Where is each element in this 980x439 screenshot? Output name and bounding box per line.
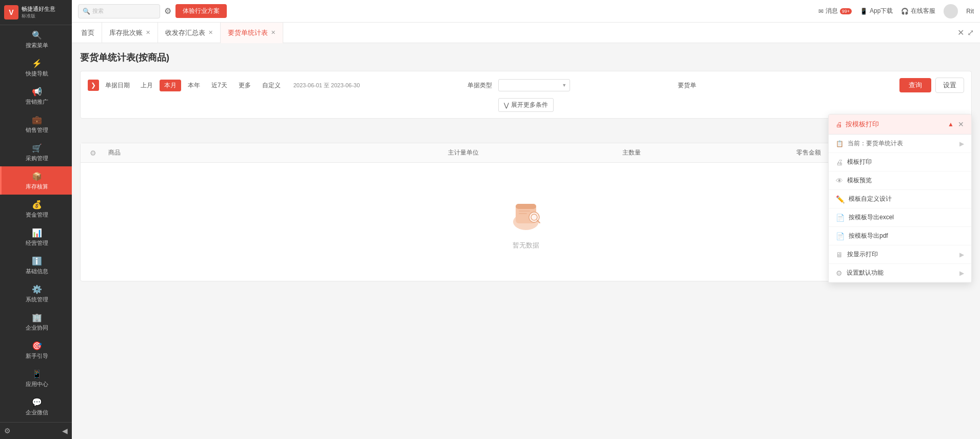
sidebar-scroll: 🔍搜索菜单⚡快捷导航📢营销推广💼销售管理🛒采购管理📦库存核算💰资金管理📊经营管理… — [0, 25, 72, 422]
print-menu-template-preview[interactable]: 👁模板预览 — [829, 171, 971, 190]
tab-actions: ✕ ⤢ — [957, 28, 978, 37]
print-menu-default-func[interactable]: ⚙设置默认功能▶ — [829, 264, 971, 282]
print-menu-template-custom[interactable]: ✏️模板自定义设计 — [829, 190, 971, 208]
tabs-bar: 首页库存批次账✕收发存汇总表✕要货单统计表✕ ✕ ⤢ — [72, 23, 980, 43]
template-custom-label: 模板自定义设计 — [849, 195, 892, 203]
app-version: 标准版 — [22, 13, 55, 20]
enterprise-icon: 🏢 — [32, 313, 42, 322]
sidebar-item-finance[interactable]: 💰资金管理 — [0, 195, 72, 223]
sidebar-label-enterprise: 企业协同 — [26, 324, 48, 332]
type-select[interactable] — [498, 79, 570, 91]
gear-icon[interactable]: ⚙ — [164, 6, 171, 16]
sidebar-item-inventory[interactable]: 📦库存核算 — [0, 166, 72, 195]
message-button[interactable]: ✉ 消息 99+ — [818, 7, 852, 15]
filter-card: ❯ 单据日期 上月本月本年近7天更多自定义 2023-06-01 至 2023-… — [80, 71, 972, 119]
app-name: 畅捷通好生意 — [22, 5, 55, 12]
print-menu-export-excel[interactable]: 📄按模板导出excel — [829, 208, 971, 227]
print-menu-template-print[interactable]: 🖨模板打印 — [829, 153, 971, 171]
sidebar-item-wechat[interactable]: 💬企业微信 — [0, 392, 72, 421]
filter-toggle-icon[interactable]: ❯ — [88, 80, 99, 91]
topbar: 🔍 搜索 ⚙ 体验行业方案 ✉ 消息 99+ 📱 App下载 🎧 在线客服 Ri… — [72, 0, 980, 23]
message-badge: 99+ — [840, 8, 852, 14]
operations-icon: 📊 — [32, 228, 42, 238]
template-preview-label: 模板预览 — [847, 176, 872, 185]
col-settings-icon[interactable]: ⚙ — [90, 149, 96, 157]
sidebar-item-sales[interactable]: 💼销售管理 — [0, 110, 72, 138]
sidebar-item-marketing[interactable]: 📢营销推广 — [0, 82, 72, 110]
expand-icon[interactable]: ⤢ — [967, 28, 974, 37]
service-icon: 🎧 — [901, 8, 909, 15]
tab-order-stats[interactable]: 要货单统计表✕ — [221, 23, 283, 43]
tab-close-order-stats[interactable]: ✕ — [271, 29, 276, 36]
appstore-icon: 📱 — [32, 369, 42, 379]
current-arrow-icon[interactable]: ▶ — [959, 140, 964, 147]
date-btn-custom[interactable]: 自定义 — [258, 80, 285, 91]
sidebar-item-enterprise[interactable]: 🏢企业协同 — [0, 308, 72, 336]
empty-text: 暂无数据 — [513, 241, 539, 250]
default-func-arrow-icon: ▶ — [959, 270, 964, 277]
user-avatar[interactable] — [944, 4, 958, 18]
date-btn-more[interactable]: 更多 — [234, 80, 256, 91]
settings-icon[interactable]: ⚙ — [4, 427, 11, 435]
sidebar-label-purchase: 采购管理 — [26, 155, 48, 162]
col-unit: 主计量单位 — [444, 143, 618, 162]
sidebar-item-newbie[interactable]: 🎯新手引导 — [0, 336, 72, 364]
sidebar-item-system[interactable]: ⚙️系统管理 — [0, 279, 72, 308]
date-btn-current[interactable]: 本月 — [160, 80, 181, 91]
logo-icon: V — [4, 5, 18, 20]
app-logo: V 畅捷通好生意 标准版 — [0, 0, 72, 25]
type-filter-label: 单据类型 — [467, 81, 492, 90]
print-dropdown-close-icon[interactable]: ✕ — [958, 120, 964, 128]
close-tab-icon[interactable]: ✕ — [957, 28, 964, 37]
sales-icon: 💼 — [32, 115, 42, 125]
order-type-label: 要货单 — [678, 81, 696, 90]
export-pdf-label: 按模板导出pdf — [849, 232, 888, 240]
basic-icon: ℹ️ — [32, 256, 42, 266]
settings-button[interactable]: 设置 — [935, 78, 964, 93]
trial-button[interactable]: 体验行业方案 — [175, 4, 227, 18]
sidebar-item-shortcut[interactable]: ⚡快捷导航 — [0, 53, 72, 82]
sidebar-label-basic: 基础信息 — [26, 268, 48, 275]
sidebar-item-search[interactable]: 🔍搜索菜单 — [0, 25, 72, 53]
print-menu-export-pdf[interactable]: 📄按模板导出pdf — [829, 227, 971, 245]
sidebar-label-system: 系统管理 — [26, 296, 48, 303]
expand-filter-button[interactable]: ⋁ 展开更多条件 — [498, 98, 554, 112]
finance-icon: 💰 — [32, 200, 42, 209]
download-icon: 📱 — [860, 8, 868, 15]
template-icon: 📋 — [836, 140, 844, 147]
search-icon: 🔍 — [32, 30, 42, 40]
sidebar-item-purchase[interactable]: 🛒采购管理 — [0, 138, 72, 166]
tab-home[interactable]: 首页 — [74, 23, 102, 43]
tab-close-receipt-summary[interactable]: ✕ — [208, 29, 213, 36]
app-download-button[interactable]: 📱 App下载 — [860, 7, 893, 15]
query-button[interactable]: 查询 — [899, 78, 931, 92]
tab-label-order-stats: 要货单统计表 — [228, 28, 268, 37]
tab-receipt-summary[interactable]: 收发存汇总表✕ — [158, 23, 221, 43]
export-excel-icon: 📄 — [836, 214, 845, 222]
display-print-label: 按显示打印 — [847, 250, 878, 259]
wechat-icon: 💬 — [32, 397, 42, 407]
print-menu-display-print[interactable]: 🖥按显示打印▶ — [829, 245, 971, 264]
print-dropdown-title: 🖨 按模板打印 — [836, 120, 879, 129]
tab-label-home: 首页 — [81, 28, 94, 37]
search-input[interactable]: 🔍 搜索 — [78, 4, 160, 18]
type-select-wrapper — [498, 79, 570, 91]
sidebar-item-appstore[interactable]: 📱应用中心 — [0, 364, 72, 392]
tab-inventory-batch[interactable]: 库存批次账✕ — [102, 23, 158, 43]
online-service-button[interactable]: 🎧 在线客服 — [901, 7, 935, 15]
sidebar-item-operations[interactable]: 📊经营管理 — [0, 223, 72, 251]
date-btn-year[interactable]: 本年 — [183, 80, 205, 91]
sidebar-item-basic[interactable]: ℹ️基础信息 — [0, 251, 72, 279]
svg-rect-2 — [516, 204, 536, 209]
username-label: Rit — [966, 8, 974, 15]
page-title: 要货单统计表(按商品) — [80, 51, 972, 64]
collapse-icon[interactable]: ◀ — [62, 427, 68, 435]
tab-close-inventory-batch[interactable]: ✕ — [146, 29, 150, 36]
date-btn-7days[interactable]: 近7天 — [207, 80, 232, 91]
sidebar-bottom: ⚙ ◀ — [0, 422, 72, 439]
print-dropdown-arrow-icon[interactable]: ▲ — [948, 121, 954, 128]
tab-label-receipt-summary: 收发存汇总表 — [165, 28, 205, 37]
current-template-row: 📋 当前：要货单统计表 ▶ — [829, 135, 971, 153]
system-icon: ⚙️ — [32, 284, 42, 294]
date-btn-prev[interactable]: 上月 — [136, 80, 158, 91]
